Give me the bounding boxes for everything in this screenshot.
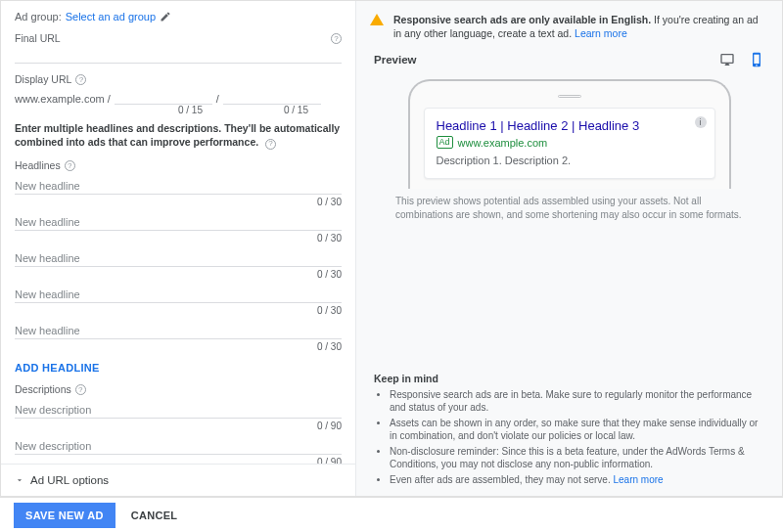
display-url-label: Display URL — [15, 73, 71, 85]
ad-url: www.example.com — [458, 137, 548, 149]
app-frame: Ad group: Select an ad group Final URL ?… — [0, 0, 783, 497]
ad-badge: Ad — [437, 136, 453, 149]
headline-input[interactable]: New headline — [15, 171, 342, 195]
help-icon[interactable]: ? — [265, 139, 276, 150]
headline-placeholder: New headline — [15, 252, 80, 264]
help-icon[interactable]: ? — [65, 160, 75, 171]
headline-input[interactable]: New headline — [15, 280, 342, 303]
path1-counter: 0 / 15 — [105, 105, 203, 115]
warning-icon — [370, 14, 384, 25]
phone-speaker-icon — [558, 95, 581, 98]
ad-description: Description 1. Description 2. — [437, 155, 703, 166]
headline-placeholder: New headline — [15, 325, 80, 336]
headline-input[interactable]: New headline — [15, 316, 342, 339]
headlines-label-text: Headlines — [15, 159, 61, 171]
save-button[interactable]: SAVE NEW AD — [14, 503, 115, 528]
headlines-label: Headlines ? — [15, 159, 342, 171]
keep-title: Keep in mind — [374, 373, 764, 384]
notice-learn-more-link[interactable]: Learn more — [575, 27, 627, 39]
help-icon[interactable]: ? — [75, 74, 86, 85]
description-placeholder: New description — [15, 440, 91, 452]
preview-note: This preview shows potential ads assembl… — [356, 191, 782, 221]
description-placeholder: New description — [15, 404, 91, 416]
keep-item-text: Even after ads are assembled, they may n… — [390, 474, 611, 485]
display-url-path2[interactable] — [223, 85, 321, 105]
preview-panel: Responsive search ads are only available… — [356, 1, 782, 496]
display-url-sep: / — [216, 93, 219, 105]
description-counter: 0 / 90 — [15, 421, 342, 431]
mobile-icon[interactable] — [749, 52, 764, 67]
headline-placeholder: New headline — [15, 216, 80, 228]
ad-headline: Headline 1 | Headline 2 | Headline 3 — [437, 118, 703, 133]
desktop-icon[interactable] — [719, 52, 735, 67]
preview-header: Preview — [356, 48, 782, 73]
ad-group-row: Ad group: Select an ad group — [15, 11, 342, 22]
headline-counter: 0 / 30 — [15, 233, 342, 244]
final-url-input[interactable] — [15, 44, 342, 64]
keep-learn-more-link[interactable]: Learn more — [613, 474, 663, 485]
display-url-base: www.example.com / — [15, 93, 111, 105]
headline-placeholder: New headline — [15, 180, 80, 192]
add-headline-button[interactable]: ADD HEADLINE — [15, 362, 100, 374]
ad-group-select-link[interactable]: Select an ad group — [66, 11, 156, 22]
descriptions-label: Descriptions ? — [15, 383, 342, 395]
phone-mock: i Headline 1 | Headline 2 | Headline 3 A… — [356, 73, 782, 191]
keep-item: Assets can be shown in any order, so mak… — [390, 417, 764, 443]
footer-bar: SAVE NEW AD CANCEL — [0, 497, 783, 532]
display-url-path1[interactable] — [115, 85, 212, 105]
pencil-icon[interactable] — [160, 11, 171, 22]
display-url-field: Display URL ? www.example.com / / 0 / 15… — [15, 73, 342, 115]
help-icon[interactable]: ? — [331, 33, 342, 44]
keep-item: Non-disclosure reminder: Since this is a… — [390, 445, 764, 471]
description-input[interactable]: New description — [15, 431, 342, 455]
combine-hint-text: Enter multiple headlines and description… — [15, 122, 340, 148]
headline-input[interactable]: New headline — [15, 244, 342, 267]
headline-placeholder: New headline — [15, 288, 80, 300]
info-icon[interactable]: i — [695, 116, 707, 128]
headline-counter: 0 / 30 — [15, 197, 342, 207]
headline-input[interactable]: New headline — [15, 207, 342, 231]
final-url-field: Final URL ? — [15, 32, 342, 64]
description-counter: 0 / 90 — [15, 457, 342, 464]
preview-title: Preview — [374, 54, 416, 66]
cancel-button[interactable]: CANCEL — [131, 510, 178, 521]
help-icon[interactable]: ? — [75, 384, 86, 395]
language-notice: Responsive search ads are only available… — [356, 1, 782, 48]
keep-item: Even after ads are assembled, they may n… — [390, 473, 764, 487]
ad-url-options-label: Ad URL options — [30, 474, 109, 486]
ad-group-label: Ad group: — [15, 11, 62, 22]
headline-counter: 0 / 30 — [15, 341, 342, 352]
headline-counter: 0 / 30 — [15, 269, 342, 280]
ad-url-options-expander[interactable]: Ad URL options — [1, 464, 355, 496]
final-url-label: Final URL — [15, 32, 61, 44]
chevron-down-icon — [15, 475, 24, 485]
combine-hint: Enter multiple headlines and description… — [15, 121, 342, 150]
keep-item: Responsive search ads are in beta. Make … — [390, 388, 764, 415]
keep-in-mind: Keep in mind Responsive search ads are i… — [356, 363, 782, 497]
path2-counter: 0 / 15 — [210, 105, 308, 115]
headline-counter: 0 / 30 — [15, 305, 342, 316]
ad-preview-card: i Headline 1 | Headline 2 | Headline 3 A… — [424, 108, 715, 179]
description-input[interactable]: New description — [15, 395, 342, 419]
descriptions-label-text: Descriptions — [15, 383, 71, 395]
notice-bold: Responsive search ads are only available… — [393, 14, 651, 25]
form-panel: Ad group: Select an ad group Final URL ?… — [1, 1, 356, 496]
